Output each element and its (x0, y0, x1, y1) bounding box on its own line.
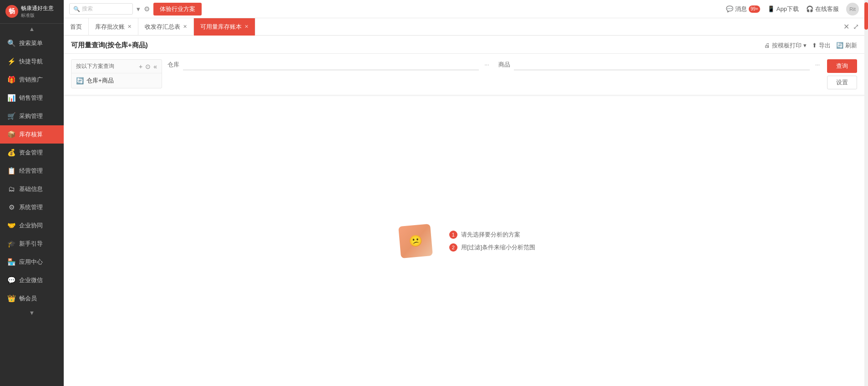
scroll-down-btn[interactable]: ▼ (0, 308, 64, 318)
app-download-btn[interactable]: 📱 App下载 (767, 5, 799, 13)
tab-home[interactable]: 首页 (64, 18, 89, 36)
tab-label: 库存批次账 (95, 23, 125, 31)
sidebar-item-label: 销售管理 (19, 94, 43, 102)
trial-btn[interactable]: 体验行业方案 (153, 3, 202, 15)
app-name: 畅康通好生意 (21, 5, 54, 12)
query-actions: 查询 设置 (827, 59, 857, 89)
tabs-actions: ✕ ⤢ (838, 22, 864, 31)
tab-close-icon[interactable]: ✕ (244, 24, 249, 30)
sidebar-item-operations[interactable]: 📋 经营管理 (0, 162, 64, 180)
goods-input[interactable] (514, 59, 810, 70)
sidebar-item-label: 企业协同 (19, 221, 43, 230)
sidebar-item-label: 快捷导航 (19, 57, 43, 66)
app-download-label: App下载 (777, 5, 799, 13)
print-label: 按模板打印 (772, 41, 802, 50)
refresh-btn[interactable]: 🔄 刷新 (836, 41, 857, 50)
goods-more-btn[interactable]: ··· (813, 62, 822, 68)
sidebar-item-finance[interactable]: 💰 资金管理 (0, 144, 64, 162)
page-header-actions: 🖨 按模板打印 ▾ ⬆ 导出 🔄 刷新 (764, 41, 857, 50)
print-btn[interactable]: 🖨 按模板打印 ▾ (764, 41, 807, 50)
sidebar-item-label: 畅会员 (19, 294, 37, 303)
sidebar-item-member[interactable]: 👑 畅会员 (0, 289, 64, 308)
right-scrollbar (864, 0, 868, 386)
sidebar-item-wechat[interactable]: 💬 企业微信 (0, 271, 64, 289)
sidebar-item-system[interactable]: ⚙ 系统管理 (0, 198, 64, 216)
sidebar-item-marketing[interactable]: 🎁 营销推广 (0, 71, 64, 89)
basicinfo-icon: 🗂 (7, 185, 15, 193)
guide-icon: 🎓 (7, 240, 15, 248)
scheme-label: 按以下方案查询 (76, 62, 114, 70)
sidebar-item-label: 基础信息 (19, 185, 43, 193)
tab-available-stock[interactable]: 可用量库存账本 ✕ (194, 18, 255, 36)
sidebar-item-quicknav[interactable]: ⚡ 快捷导航 (0, 52, 64, 71)
tab-label: 首页 (70, 23, 82, 31)
warehouse-input[interactable] (183, 59, 479, 70)
expand-tab-btn[interactable]: ⤢ (853, 22, 859, 31)
setting-btn[interactable]: 设置 (827, 76, 857, 89)
sidebar-item-label: 采购管理 (19, 112, 43, 120)
tab-inventory-batch[interactable]: 库存批次账 ✕ (89, 18, 138, 36)
page-header: 可用量查询(按仓库+商品) 🖨 按模板打印 ▾ ⬆ 导出 🔄 刷新 (64, 36, 864, 54)
message-label: 消息 (735, 5, 747, 13)
warehouse-more-btn[interactable]: ··· (482, 62, 491, 68)
sidebar-item-guide[interactable]: 🎓 新手引导 (0, 235, 64, 253)
empty-illustration (393, 218, 438, 264)
app-edition: 标准版 (21, 12, 54, 19)
empty-tips: 1 请先选择要分析的方案 2 用[过滤]条件来缩小分析范围 (449, 231, 535, 252)
online-service-label: 在线客服 (815, 5, 839, 13)
sales-icon: 📊 (7, 94, 15, 102)
sidebar-item-label: 应用中心 (19, 258, 43, 266)
purchase-icon: 🛒 (7, 112, 15, 120)
sidebar-item-collab[interactable]: 🤝 企业协同 (0, 216, 64, 235)
empty-state: 1 请先选择要分析的方案 2 用[过滤]条件来缩小分析范围 (64, 96, 864, 386)
message-btn[interactable]: 💬 消息 99+ (726, 5, 760, 13)
user-avatar[interactable]: Rit (846, 3, 859, 15)
logo-icon: 畅 (5, 5, 18, 18)
sidebar-item-sales[interactable]: 📊 销售管理 (0, 89, 64, 107)
collab-icon: 🤝 (7, 221, 15, 230)
sidebar-item-inventory[interactable]: 📦 库存核算 (0, 125, 64, 144)
scheme-rotate-icon: 🔄 (76, 77, 84, 84)
tab-stock-summary[interactable]: 收发存汇总表 ✕ (138, 18, 194, 36)
refresh-icon: 🔄 (836, 42, 843, 49)
sidebar-item-label: 库存核算 (19, 130, 43, 139)
topbar-dropdown-btn[interactable]: ▾ (137, 5, 140, 13)
tip-2-text: 用[过滤]条件来缩小分析范围 (461, 243, 535, 252)
sidebar-item-label: 营销推广 (19, 76, 43, 84)
sidebar-item-label: 企业微信 (19, 276, 43, 284)
query-fields: 仓库 ··· 商品 ··· (168, 59, 822, 70)
inventory-icon: 📦 (7, 130, 15, 139)
collapse-scheme-btn[interactable]: « (153, 63, 157, 70)
scrollbar-thumb (864, 2, 868, 30)
settings-scheme-btn[interactable]: ⊙ (145, 63, 151, 70)
topbar-gear-icon[interactable]: ⚙ (144, 5, 150, 13)
goods-field-group: 商品 ··· (498, 59, 822, 70)
print-dropdown-icon: ▾ (803, 42, 807, 49)
tab-close-icon[interactable]: ✕ (127, 24, 132, 30)
export-btn[interactable]: ⬆ 导出 (812, 41, 831, 50)
scroll-up-btn[interactable]: ▲ (0, 24, 64, 34)
empty-box-icon (398, 224, 433, 258)
refresh-label: 刷新 (845, 41, 857, 50)
scheme-item-warehouse-goods[interactable]: 🔄 仓库+商品 (71, 73, 162, 88)
tabs-bar: 首页 库存批次账 ✕ 收发存汇总表 ✕ 可用量库存账本 ✕ ✕ ⤢ (64, 18, 864, 36)
member-icon: 👑 (7, 294, 15, 303)
close-tab-btn[interactable]: ✕ (843, 22, 849, 31)
topbar-search[interactable]: 🔍 搜索 (69, 3, 133, 15)
page-title: 可用量查询(按仓库+商品) (71, 41, 148, 50)
tab-close-icon[interactable]: ✕ (183, 24, 187, 30)
online-service-icon: 🎧 (806, 5, 813, 12)
online-service-btn[interactable]: 🎧 在线客服 (806, 5, 839, 13)
quicknav-icon: ⚡ (7, 57, 15, 66)
sidebar-item-basicinfo[interactable]: 🗂 基础信息 (0, 180, 64, 198)
wechat-icon: 💬 (7, 276, 15, 284)
sidebar: 畅 畅康通好生意 标准版 ▲ 🔍 搜索菜单 ⚡ 快捷导航 🎁 营销推广 📊 销售… (0, 0, 64, 386)
sidebar-item-purchase[interactable]: 🛒 采购管理 (0, 107, 64, 125)
add-scheme-btn[interactable]: + (139, 63, 142, 70)
empty-tip-2: 2 用[过滤]条件来缩小分析范围 (449, 243, 535, 252)
sidebar-item-search[interactable]: 🔍 搜索菜单 (0, 34, 64, 52)
query-btn[interactable]: 查询 (827, 59, 857, 73)
appcenter-icon: 🏪 (7, 258, 15, 266)
query-scheme-panel: 按以下方案查询 + ⊙ « 🔄 仓库+商品 (71, 59, 162, 88)
sidebar-item-appcenter[interactable]: 🏪 应用中心 (0, 253, 64, 271)
